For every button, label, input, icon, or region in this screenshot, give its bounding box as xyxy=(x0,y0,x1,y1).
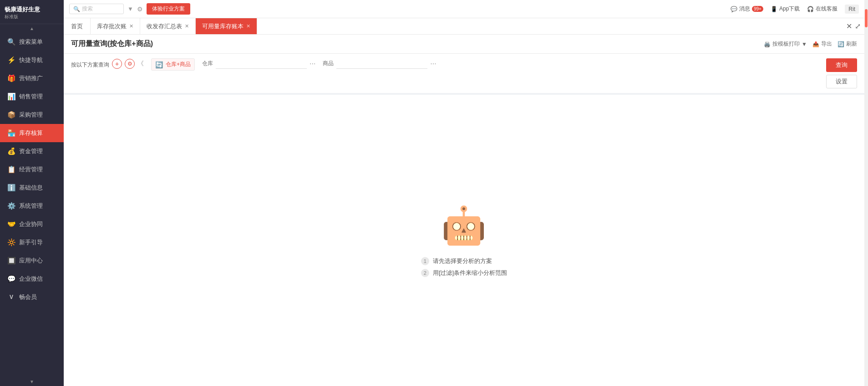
sidebar-item-app-center[interactable]: 🔲 应用中心 xyxy=(0,252,64,270)
filter-fields-row: 仓库 ··· 商品 ··· xyxy=(202,58,819,69)
filter-area: 按以下方案查询 + ⚙ 《 🔄 仓库+商品 仓库 ··· xyxy=(64,54,864,93)
message-label: 消息 xyxy=(739,5,750,13)
query-button[interactable]: 查询 xyxy=(826,58,857,72)
tab-available-ledger[interactable]: 可用量库存账本 ✕ xyxy=(196,18,257,34)
tab-close-btn[interactable]: ✕ xyxy=(846,22,852,31)
gift-icon: 🎁 xyxy=(7,74,15,82)
top-bar-right: 💬 消息 99+ 📱 App下载 🎧 在线客服 Rit xyxy=(731,5,859,14)
user-avatar[interactable]: Rit xyxy=(845,5,859,14)
export-label: 导出 xyxy=(821,40,832,48)
tab-batch-account[interactable]: 库存批次账 ✕ xyxy=(91,18,140,34)
sidebar-item-label: 资金管理 xyxy=(19,147,43,155)
warehouse-dots-btn[interactable]: ··· xyxy=(310,60,315,68)
sidebar-item-system[interactable]: ⚙️ 系统管理 xyxy=(0,197,64,215)
message-btn[interactable]: 💬 消息 99+ xyxy=(731,5,763,13)
sidebar-item-label: 采购管理 xyxy=(19,111,43,119)
sidebar-item-marketing[interactable]: 🎁 营销推广 xyxy=(0,69,64,87)
tab-batch-account-close[interactable]: ✕ xyxy=(129,23,133,29)
tab-receipt-summary[interactable]: 收发存汇总表 ✕ xyxy=(140,18,196,34)
tab-available-ledger-close[interactable]: ✕ xyxy=(246,23,250,29)
info-icon: ℹ️ xyxy=(7,184,15,192)
search-placeholder-text: 搜索 xyxy=(82,5,93,13)
action-buttons: 查询 设置 xyxy=(826,58,857,88)
sidebar-item-inventory[interactable]: 🏪 库存核算 xyxy=(0,124,64,142)
sidebar-item-basic-info[interactable]: ℹ️ 基础信息 xyxy=(0,179,64,197)
app-download-btn[interactable]: 📱 App下载 xyxy=(771,5,800,13)
sidebar-item-new-guide[interactable]: 🔆 新手引导 xyxy=(0,233,64,252)
sidebar-item-label: 经营管理 xyxy=(19,165,43,174)
scroll-up-arrow[interactable]: ▲ xyxy=(0,24,64,33)
print-btn[interactable]: 🖨️ 按模板打印 ▼ xyxy=(764,40,807,48)
online-service-btn[interactable]: 🎧 在线客服 xyxy=(807,5,838,13)
trial-button[interactable]: 体验行业方案 xyxy=(147,3,190,15)
column-settings-button[interactable]: 设置 xyxy=(826,75,857,88)
money-icon: 💰 xyxy=(7,147,15,155)
empty-content: 🤖 1 请先选择要分析的方案 2 用[过滤]条件来缩小分析范围 xyxy=(421,204,507,277)
sidebar-item-search[interactable]: 🔍 搜索菜单 xyxy=(0,33,64,51)
filter-config-button[interactable]: ⚙ xyxy=(125,59,135,69)
sidebar-item-label: 基础信息 xyxy=(19,184,43,192)
tab-receipt-summary-label: 收发存汇总表 xyxy=(147,22,182,31)
app-download-label: App下载 xyxy=(779,5,800,13)
tab-receipt-summary-close[interactable]: ✕ xyxy=(185,23,189,29)
page-content: 可用量查询(按仓库+商品) 🖨️ 按模板打印 ▼ 📤 导出 🔄 刷新 xyxy=(64,35,864,386)
sidebar-item-shortcut[interactable]: ⚡ 快捷导航 xyxy=(0,51,64,69)
search-icon-small: 🔍 xyxy=(73,6,80,12)
sidebar-item-enterprise-collab[interactable]: 🤝 企业协同 xyxy=(0,215,64,233)
shortcut-icon: ⚡ xyxy=(7,56,15,64)
print-chevron-icon: ▼ xyxy=(802,41,807,47)
wechat-icon: 💬 xyxy=(7,275,15,283)
scheme-label: 仓库+商品 xyxy=(166,61,191,68)
user-name: Rit xyxy=(848,6,855,12)
sidebar-item-purchase[interactable]: 📦 采购管理 xyxy=(0,106,64,124)
product-dots-btn[interactable]: ··· xyxy=(430,60,436,68)
sidebar-item-sales[interactable]: 📊 销售管理 xyxy=(0,87,64,106)
right-scrollbar[interactable] xyxy=(864,0,868,386)
settings-gear-icon[interactable]: ⚙ xyxy=(137,5,143,13)
main-area: 🔍 搜索 ▼ ⚙ 体验行业方案 💬 消息 99+ 📱 App下载 🎧 在线客服 xyxy=(64,0,864,386)
tab-batch-account-label: 库存批次账 xyxy=(97,22,127,31)
filter-label: 按以下方案查询 xyxy=(71,58,109,69)
page-title: 可用量查询(按仓库+商品) xyxy=(71,39,153,49)
sidebar-item-finance[interactable]: 💰 资金管理 xyxy=(0,142,64,160)
sidebar-item-operations[interactable]: 📋 经营管理 xyxy=(0,160,64,179)
sidebar-item-vip[interactable]: V 畅会员 xyxy=(0,288,64,306)
tab-available-ledger-label: 可用量库存账本 xyxy=(202,22,244,31)
sidebar-item-label: 营销推广 xyxy=(19,74,43,82)
empty-tips: 1 请先选择要分析的方案 2 用[过滤]条件来缩小分析范围 xyxy=(421,257,507,277)
empty-tip-1: 1 请先选择要分析的方案 xyxy=(421,257,507,265)
message-badge: 99+ xyxy=(752,6,763,12)
app-subtitle: 标准版 xyxy=(5,14,59,20)
page-header-actions: 🖨️ 按模板打印 ▼ 📤 导出 🔄 刷新 xyxy=(764,40,857,48)
filter-collapse-icon[interactable]: 《 xyxy=(137,60,144,68)
tip-text-2: 用[过滤]条件来缩小分析范围 xyxy=(433,269,507,277)
search-icon: 🔍 xyxy=(7,38,15,46)
print-label: 按模板打印 xyxy=(772,40,800,48)
clipboard-icon: 📋 xyxy=(7,165,15,174)
online-service-label: 在线客服 xyxy=(816,5,838,13)
handshake-icon: 🤝 xyxy=(7,220,15,228)
message-icon: 💬 xyxy=(731,6,737,12)
tab-maximize-btn[interactable]: ⤢ xyxy=(855,22,861,31)
home-tab-label: 首页 xyxy=(71,22,83,31)
sidebar-item-label: 畅会员 xyxy=(19,293,37,301)
search-chevron-icon[interactable]: ▼ xyxy=(127,5,133,12)
refresh-icon: 🔄 xyxy=(838,41,844,47)
warehouse-input[interactable] xyxy=(216,58,307,69)
tab-home[interactable]: 首页 xyxy=(64,18,91,34)
sidebar: 畅康通好生意 标准版 ▲ 🔍 搜索菜单 ⚡ 快捷导航 🎁 营销推广 📊 销售管理… xyxy=(0,0,64,386)
tip-num-1: 1 xyxy=(421,257,429,265)
top-bar: 🔍 搜索 ▼ ⚙ 体验行业方案 💬 消息 99+ 📱 App下载 🎧 在线客服 xyxy=(64,0,864,18)
filter-add-button[interactable]: + xyxy=(112,59,122,69)
sidebar-item-enterprise-wechat[interactable]: 💬 企业微信 xyxy=(0,270,64,288)
export-btn[interactable]: 📤 导出 xyxy=(812,40,832,48)
scrollbar-thumb xyxy=(865,9,868,27)
scroll-down-arrow[interactable]: ▼ xyxy=(0,377,64,386)
refresh-btn[interactable]: 🔄 刷新 xyxy=(838,40,857,48)
product-input[interactable] xyxy=(336,58,427,69)
sidebar-item-label: 快捷导航 xyxy=(19,56,43,64)
sidebar-item-label: 企业微信 xyxy=(19,275,43,283)
filter-scheme-item[interactable]: 🔄 仓库+商品 xyxy=(151,58,195,71)
store-icon: 🏪 xyxy=(7,129,15,137)
top-search-box[interactable]: 🔍 搜索 xyxy=(69,4,124,14)
